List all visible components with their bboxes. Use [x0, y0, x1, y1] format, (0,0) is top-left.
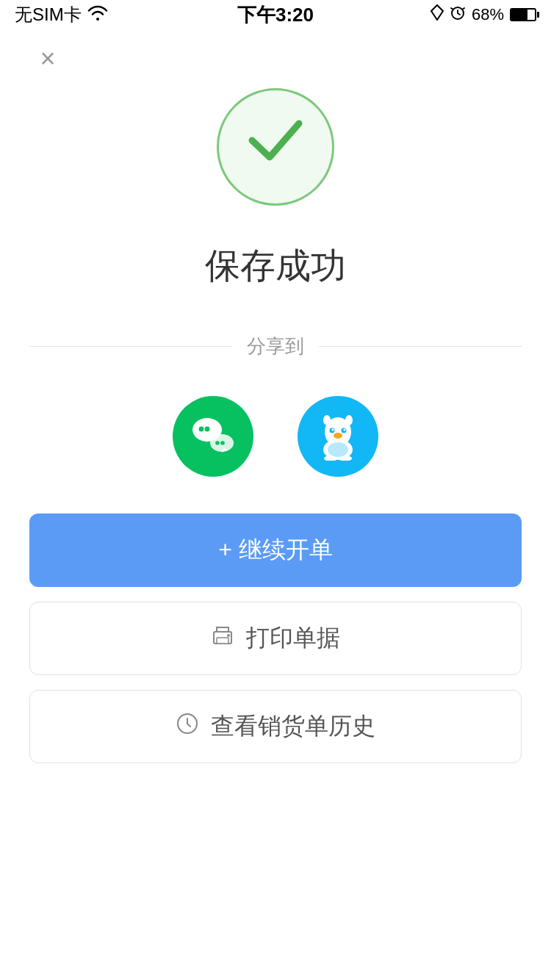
svg-point-18 [328, 442, 348, 457]
svg-point-5 [215, 441, 220, 445]
svg-point-21 [227, 634, 230, 637]
history-icon [176, 712, 199, 741]
checkmark-icon [246, 115, 305, 176]
share-label: 分享到 [247, 334, 304, 359]
print-button[interactable]: 打印单据 [29, 602, 522, 675]
alarm-icon [450, 4, 466, 25]
status-right: 68% [431, 4, 536, 25]
history-label: 查看销货单历史 [211, 710, 375, 743]
battery-text: 68% [472, 5, 504, 24]
status-left: 无SIM卡 [15, 3, 108, 26]
print-icon [211, 624, 234, 652]
svg-point-16 [323, 415, 331, 425]
svg-point-13 [334, 433, 342, 439]
share-icons [29, 396, 522, 477]
svg-point-12 [344, 428, 346, 430]
close-icon: × [40, 46, 55, 72]
qq-share-button[interactable] [298, 396, 378, 477]
continue-order-button[interactable]: + 继续开单 [29, 514, 522, 587]
svg-point-6 [220, 441, 225, 445]
print-label: 打印单据 [246, 622, 340, 655]
action-buttons: + 继续开单 打印单据 查看销货单历史 [0, 514, 551, 763]
svg-point-2 [198, 426, 204, 431]
status-bar: 无SIM卡 下午3:20 68% [0, 0, 551, 29]
svg-rect-20 [217, 638, 228, 644]
divider-right [319, 346, 522, 347]
share-section: 分享到 [0, 334, 551, 477]
success-title: 保存成功 [205, 242, 346, 289]
share-divider: 分享到 [29, 334, 522, 359]
carrier-label: 无SIM卡 [15, 3, 82, 26]
status-time: 下午3:20 [237, 2, 314, 28]
main-content: 保存成功 分享到 [0, 29, 551, 763]
battery-icon [510, 8, 536, 21]
close-button[interactable]: × [29, 40, 66, 77]
location-icon [431, 4, 444, 25]
history-button[interactable]: 查看销货单历史 [29, 690, 522, 763]
svg-point-3 [204, 426, 209, 431]
wechat-share-button[interactable] [173, 396, 253, 477]
svg-point-17 [345, 415, 353, 425]
success-icon-circle [217, 88, 334, 206]
wifi-icon [87, 4, 108, 25]
svg-point-11 [332, 428, 334, 430]
divider-left [29, 346, 232, 347]
